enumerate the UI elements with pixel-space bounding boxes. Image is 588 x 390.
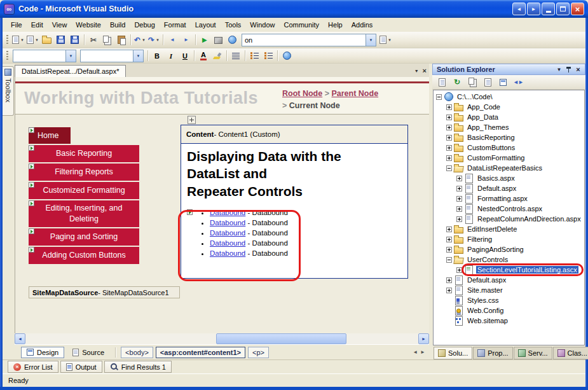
bold-button[interactable]: B bbox=[150, 50, 164, 62]
menu-addins[interactable]: Addins bbox=[347, 19, 378, 31]
expand-icon[interactable] bbox=[446, 135, 452, 141]
menu-build[interactable]: Build bbox=[106, 19, 130, 31]
new-website-button[interactable]: ▼ bbox=[11, 34, 25, 46]
close-panel-button[interactable]: × bbox=[573, 65, 583, 74]
refresh-button[interactable]: ↻ bbox=[451, 76, 463, 88]
expand-icon[interactable] bbox=[446, 125, 452, 130]
expand-icon[interactable] bbox=[446, 288, 452, 293]
menu-view[interactable]: View bbox=[48, 19, 72, 31]
italic-button[interactable]: I bbox=[164, 50, 178, 62]
tree-item-repeatcolumn-aspx[interactable]: RepeatColumnAndDirection.aspx bbox=[434, 214, 584, 224]
menu-window[interactable]: Window bbox=[245, 19, 279, 31]
nav-item-adding-custom-buttons[interactable]: Adding Custom Buttons bbox=[29, 247, 139, 264]
error-list-tab[interactable]: ×Error List bbox=[8, 361, 58, 373]
tree-item-custombuttons[interactable]: CustomButtons bbox=[434, 143, 584, 153]
tree-item-website-root[interactable]: C:\...\Code\ bbox=[434, 92, 584, 102]
numbered-list-button[interactable] bbox=[247, 50, 261, 62]
nav-item-basic-reporting[interactable]: Basic Reporting bbox=[29, 145, 139, 162]
toolbar-grip[interactable] bbox=[6, 51, 8, 61]
nav-item-paging-sorting[interactable]: Paging and Sorting bbox=[29, 228, 139, 246]
hyperlink-button[interactable] bbox=[280, 50, 294, 62]
menu-file[interactable]: File bbox=[6, 19, 27, 31]
combo-dropdown-button[interactable]: ▼ bbox=[366, 34, 376, 46]
style-combobox[interactable]: ▼ bbox=[13, 50, 76, 62]
copy-button[interactable] bbox=[100, 34, 114, 46]
collapse-icon[interactable] bbox=[446, 257, 452, 263]
combo-value[interactable]: on bbox=[242, 36, 366, 44]
design-view-button[interactable]: Design bbox=[21, 347, 64, 358]
title-bar[interactable]: ∞ Code - Microsoft Visual Studio ◄ ► × bbox=[0, 0, 588, 18]
tag-body-button[interactable]: <body> bbox=[121, 347, 153, 358]
tree-item-datalistrepeaterbasics[interactable]: DataListRepeaterBasics bbox=[434, 163, 584, 173]
bullet-list-button[interactable] bbox=[261, 50, 275, 62]
navigate-forward-button[interactable]: ► bbox=[179, 34, 193, 46]
tree-item-customformatting[interactable]: CustomFormatting bbox=[434, 153, 584, 163]
view-designer-button[interactable] bbox=[496, 76, 509, 88]
nav-item-filtering-reports[interactable]: Filtering Reports bbox=[29, 164, 139, 181]
breadcrumb-root-link[interactable]: Root Node bbox=[282, 89, 322, 98]
tag-p-button[interactable]: <p> bbox=[248, 347, 269, 358]
font-color-button[interactable]: A bbox=[196, 50, 210, 62]
menu-layout[interactable]: Layout bbox=[191, 19, 221, 31]
build-button[interactable] bbox=[212, 34, 226, 46]
solution-explorer-header[interactable]: Solution Explorer ▼ × bbox=[432, 64, 585, 75]
paste-button[interactable] bbox=[114, 34, 128, 46]
output-tab[interactable]: Output bbox=[60, 361, 102, 373]
tree-item-web-config[interactable]: Web.Config bbox=[434, 305, 584, 316]
menu-format[interactable]: Format bbox=[160, 19, 191, 31]
window-position-menu-button[interactable]: ▼ bbox=[554, 65, 564, 74]
titlebar-nav-left-button[interactable]: ◄ bbox=[512, 3, 526, 15]
style-application-button[interactable]: ▼ bbox=[378, 34, 393, 46]
scrollbar-thumb[interactable] bbox=[216, 333, 346, 344]
tree-item-basicreporting[interactable]: BasicReporting bbox=[434, 132, 584, 143]
copy-website-button[interactable]: ◄► bbox=[512, 76, 524, 88]
collapse-icon[interactable] bbox=[436, 94, 442, 100]
solution-explorer-tab[interactable]: Solu... bbox=[434, 347, 472, 359]
tab-list-dropdown-button[interactable]: ▼ bbox=[414, 69, 419, 73]
class-view-tab[interactable]: Clas... bbox=[553, 347, 588, 359]
tree-item-formatting-aspx[interactable]: Formatting.aspx bbox=[434, 193, 584, 204]
design-surface[interactable]: Working with Data Tutorials Root Node > … bbox=[15, 77, 429, 333]
tree-item-web-sitemap[interactable]: Web.sitemap bbox=[434, 316, 584, 326]
tree-item-app-code[interactable]: App_Code bbox=[434, 102, 584, 112]
tree-item-pagingandsorting[interactable]: PagingAndSorting bbox=[434, 244, 584, 254]
close-document-button[interactable]: × bbox=[423, 67, 427, 74]
start-debugging-button[interactable]: ▶ bbox=[198, 34, 212, 46]
menu-tools[interactable]: Tools bbox=[221, 19, 246, 31]
server-explorer-tab[interactable]: Serv... bbox=[514, 347, 552, 359]
nav-item-home[interactable]: Home bbox=[29, 127, 71, 144]
tree-item-filtering[interactable]: Filtering bbox=[434, 234, 584, 244]
scroll-right-button[interactable]: ► bbox=[418, 333, 429, 344]
tree-item-editinsertdelete[interactable]: EditInsertDelete bbox=[434, 224, 584, 234]
expand-icon[interactable] bbox=[446, 145, 452, 151]
expand-icon[interactable] bbox=[446, 155, 452, 161]
nest-related-files-button[interactable] bbox=[466, 76, 479, 88]
tree-item-app-themes[interactable]: App_Themes bbox=[434, 122, 584, 132]
solution-tree[interactable]: C:\...\Code\ App_Code App_Data App_Theme… bbox=[433, 90, 585, 345]
expand-icon[interactable] bbox=[456, 216, 462, 222]
expand-icon[interactable] bbox=[456, 186, 462, 192]
underline-button[interactable]: U bbox=[178, 50, 192, 62]
close-button[interactable]: × bbox=[571, 3, 584, 15]
view-code-button[interactable] bbox=[481, 76, 494, 88]
properties-tab[interactable]: Prop... bbox=[473, 347, 512, 359]
expand-icon[interactable] bbox=[446, 115, 452, 120]
browse-with-button[interactable] bbox=[226, 34, 240, 46]
add-new-item-button[interactable]: ▼ bbox=[25, 34, 40, 46]
menu-community[interactable]: Community bbox=[279, 19, 324, 31]
menu-website[interactable]: Website bbox=[71, 19, 106, 31]
expand-icon[interactable] bbox=[456, 206, 462, 212]
menu-debug[interactable]: Debug bbox=[130, 19, 159, 31]
titlebar-nav-right-button[interactable]: ► bbox=[527, 3, 540, 15]
menu-edit[interactable]: Edit bbox=[27, 19, 48, 31]
menu-help[interactable]: Help bbox=[324, 19, 347, 31]
move-handle-icon[interactable] bbox=[188, 116, 196, 124]
navigate-backward-button[interactable]: ◄ bbox=[165, 34, 179, 46]
undo-button[interactable]: ↶▼ bbox=[133, 34, 147, 46]
tree-item-root-default-aspx[interactable]: Default.aspx bbox=[434, 275, 584, 285]
expand-icon[interactable] bbox=[446, 237, 452, 242]
tree-item-basics-aspx[interactable]: Basics.aspx bbox=[434, 173, 584, 183]
tree-item-app-data[interactable]: App_Data bbox=[434, 112, 584, 122]
nav-item-editing-inserting-deleting[interactable]: Editing, Inserting, and Deleting bbox=[29, 200, 139, 227]
expand-icon[interactable] bbox=[456, 196, 462, 202]
